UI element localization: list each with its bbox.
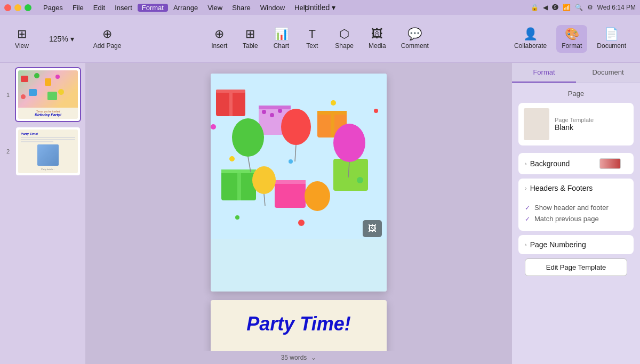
toolbar-left: ⊞ View 125% ▾ 125% ⊕ Add Page [9,25,126,53]
title-bar-left: Pages File Edit Insert Format Arrange Vi… [4,4,313,12]
numbering-header-left: › Page Numbering [525,240,586,249]
text-icon: T [309,28,316,40]
svg-point-24 [252,166,276,194]
svg-point-20 [281,109,311,145]
page-numbering-section: › Page Numbering [518,235,634,254]
headers-footers-header[interactable]: › Headers & Footers [518,179,634,198]
close-button[interactable] [4,4,11,11]
checkmark-1-icon: ✓ [525,204,530,212]
clock: Wed 6:14 PM [597,4,636,11]
chart-icon: 📊 [274,28,289,40]
title-bar: Pages File Edit Insert Format Arrange Vi… [0,0,640,15]
headers-footers-section: › Headers & Footers ✓ Show header and fo… [518,179,634,231]
page-thumbnail-2[interactable]: Party Time! Party details... [16,127,80,175]
background-header[interactable]: › Background [518,153,634,174]
comment-label: Comment [401,42,429,50]
main-layout: 1 Trenz, you're invite [0,63,640,364]
shape-button[interactable]: ⬡ Shape [330,25,359,53]
page-numbering-label: Page Numbering [530,240,586,249]
page-numbering-header[interactable]: › Page Numbering [518,235,634,254]
toolbar: ⊞ View 125% ▾ 125% ⊕ Add Page ⊕ Insert ⊞… [0,15,640,63]
background-header-left: › Background [525,159,570,168]
svg-text:🖼: 🖼 [368,224,377,233]
page-thumbnail-1[interactable]: Trenz, you're invited Birthday Party! [16,68,80,121]
document-icon: 📄 [604,28,619,40]
svg-rect-14 [237,169,241,200]
svg-rect-11 [331,111,334,137]
svg-point-18 [232,118,264,157]
template-thumbnail [524,108,549,140]
table-label: Table [243,42,258,50]
menu-file[interactable]: File [68,4,88,12]
collaborate-button[interactable]: 👤 Collaborate [509,25,552,53]
page-number-1: 1 [6,92,10,98]
view-button[interactable]: ⊞ View [9,25,35,53]
tab-format[interactable]: Format [512,63,576,83]
show-header-checkbox[interactable]: ✓ Show header and footer [525,202,627,213]
format-icon: 🎨 [565,28,579,40]
collaborate-label: Collaborate [514,42,547,50]
dropdown-arrow-icon[interactable]: ⌄ [311,354,316,361]
show-header-label: Show header and footer [534,204,609,212]
text-button[interactable]: T Text [299,25,325,53]
status-bar: 35 words ⌄ [85,351,512,364]
shape-icon: ⬡ [339,28,349,40]
add-page-label: Add Page [93,42,122,50]
canvas-area[interactable]: 🖼 Trenz, you're invited Birthday Party! … [85,63,512,364]
minimize-button[interactable] [14,4,21,11]
zoom-button[interactable]: 125% ▾ 125% [44,32,79,46]
view-icon: ⊞ [17,28,27,40]
svg-point-22 [333,124,365,162]
comment-button[interactable]: 💬 Comment [396,25,434,53]
edit-template-button[interactable]: Edit Page Template [525,258,627,276]
page-card-1: 🖼 Trenz, you're invited Birthday Party! [211,74,387,292]
media-button[interactable]: 🖼 Media [363,25,391,53]
menu-view[interactable]: View [203,4,227,12]
collaborate-icon: 👤 [523,28,538,40]
svg-rect-8 [259,106,291,109]
sidebar: 1 Trenz, you're invite [0,63,85,364]
svg-point-34 [235,215,239,220]
svg-point-27 [229,156,235,161]
maximize-button[interactable] [25,4,31,11]
table-button[interactable]: ⊞ Table [237,25,263,53]
insert-button[interactable]: ⊕ Insert [206,25,233,53]
card2-title: Party Time! [246,313,350,335]
format-button[interactable]: 🎨 Format [556,25,587,53]
template-label: Page Template [555,117,594,123]
svg-point-30 [357,177,363,183]
match-prev-checkbox[interactable]: ✓ Match previous page [525,213,627,224]
add-page-button[interactable]: ⊕ Add Page [88,25,127,53]
panel-tabs: Format Document [512,63,640,83]
menu-pages[interactable]: Pages [39,4,67,12]
svg-point-7 [278,109,282,113]
party-image: 🖼 [211,74,387,292]
svg-rect-16 [275,180,306,184]
svg-point-31 [374,109,378,113]
menu-window[interactable]: Window [256,4,289,12]
menu-edit[interactable]: Edit [89,4,109,12]
doc-title[interactable]: Untitled ▾ [305,0,335,15]
document-label: Document [597,42,626,50]
svg-rect-17 [333,159,368,191]
numbering-chevron-icon: › [525,241,527,248]
menu-arrange[interactable]: Arrange [169,4,202,12]
panel-page-heading: Page [518,90,634,98]
background-color-preview[interactable] [599,158,621,169]
headers-header-left: › Headers & Footers [525,184,593,192]
svg-point-29 [331,100,336,106]
document-button[interactable]: 📄 Document [591,25,631,53]
svg-rect-15 [275,180,306,208]
svg-point-33 [298,220,305,226]
tab-document[interactable]: Document [576,63,640,83]
page-template-section: Page Template Blank [518,103,634,145]
chart-label: Chart [274,42,289,50]
menu-share[interactable]: Share [228,4,255,12]
svg-point-28 [289,159,293,164]
chart-button[interactable]: 📊 Chart [268,25,294,53]
insert-icon: ⊕ [214,28,224,40]
menu-insert[interactable]: Insert [110,4,137,12]
svg-point-6 [270,113,274,117]
menu-format[interactable]: Format [138,4,168,12]
page-card-2: Party Time! [211,300,387,353]
